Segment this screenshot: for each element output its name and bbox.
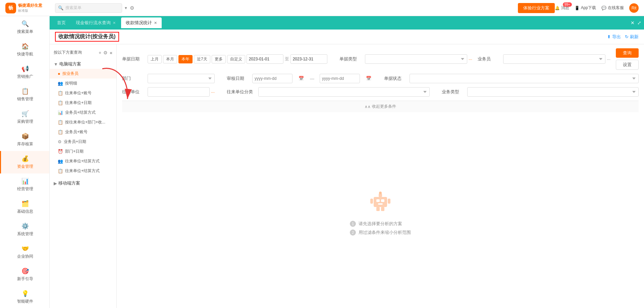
tab-bank-flow[interactable]: 现金银行流水查询 ✕	[71, 17, 120, 28]
svg-rect-9	[381, 207, 384, 211]
dept-date-icon: ⏰	[58, 149, 63, 154]
scheme-item-by-unit-method[interactable]: 👥 往来单位+结算方式	[50, 156, 116, 166]
sidebar-item-purchase[interactable]: 🛒 采购管理	[0, 106, 49, 129]
scheme-item-by-unit-account[interactable]: 📋 往来单位+账号	[50, 88, 116, 98]
enterprise-icon: 🤝	[21, 245, 29, 252]
refresh-icon: ↻	[625, 34, 629, 39]
scheme-item-by-sp-account[interactable]: 📋 业务员+账号	[50, 127, 116, 137]
finance-icon: 💰	[21, 155, 29, 162]
date-btn-custom[interactable]: 自定义	[227, 55, 245, 63]
sp-account-icon: 📋	[58, 130, 63, 135]
export-btn[interactable]: ⬆ 导出	[607, 34, 621, 40]
scheme-item-label: 往来单位+结算方式	[65, 158, 100, 164]
sidebar-item-finance[interactable]: 💰 资金管理	[0, 151, 49, 173]
tab-receipt-stats-close[interactable]: ✕	[154, 21, 157, 25]
unit-method-icon: 👥	[58, 159, 63, 164]
scheme-item-by-sp-method[interactable]: 📊 业务员+结算方式	[50, 108, 116, 117]
user-avatar[interactable]: Rit	[629, 3, 639, 13]
date-btn-more[interactable]: 更多	[212, 55, 226, 63]
dropdown-icon[interactable]: ▾	[125, 5, 127, 10]
tab-close-all-icon[interactable]: ✕	[631, 20, 635, 25]
scheme-item-by-unit-method2[interactable]: 📋 往来单位+结算方式	[50, 166, 116, 176]
app-download-label: App下载	[581, 5, 596, 11]
search-hint: 搜索菜单	[65, 5, 82, 11]
svg-rect-6	[370, 199, 373, 204]
calendar-to-icon[interactable]: 📅	[366, 76, 371, 81]
date-btn-this-year[interactable]: 本年	[178, 55, 193, 63]
settings-icon[interactable]: ⚙	[130, 5, 134, 11]
sidebar-item-operations[interactable]: 📊 经营管理	[0, 173, 49, 196]
scheme-add-icon[interactable]: +	[99, 50, 101, 55]
scheme-item-by-dept-date[interactable]: ⏰ 部门+日期	[50, 147, 116, 156]
dept-select[interactable]	[148, 74, 215, 83]
unit-date-icon: 📋	[58, 100, 63, 105]
date-btn-this-month[interactable]: 本月	[163, 55, 177, 63]
sidebar-item-quick-nav[interactable]: 🏠 快捷导航	[0, 39, 49, 61]
sidebar-item-system[interactable]: ⚙️ 系统管理	[0, 218, 49, 241]
counterparty-input[interactable]	[148, 87, 210, 97]
sidebar-item-guide[interactable]: 🎯 新手引导	[0, 263, 49, 286]
sidebar-item-base-info[interactable]: 🗂️ 基础信息	[0, 196, 49, 218]
export-label: 导出	[612, 34, 621, 40]
scheme-item-by-detail[interactable]: 👥 按明细	[50, 79, 116, 88]
counterparty-more-icon[interactable]: ···	[211, 90, 215, 95]
scheme-group-mobile-title[interactable]: ▶ 移动端方案	[50, 178, 116, 188]
scheme-item-by-sp-date[interactable]: ⚙ 业务员+日期	[50, 137, 116, 147]
audit-date-from[interactable]	[252, 74, 292, 83]
page-title-text: 收款情况统计(按业务员)	[58, 34, 116, 39]
sales-icon: 📋	[21, 88, 29, 95]
smart-hw-icon: 💡	[21, 290, 29, 297]
scheme-item-by-unit-dept-recv[interactable]: 📋 按往来单位+部门+收...	[50, 117, 116, 127]
query-btn[interactable]: 查询	[616, 48, 639, 58]
tab-bar: 首页 现金银行流水查询 ✕ 收款情况统计 ✕ ✕ ⤢	[50, 16, 644, 30]
scheme-item-label: 业务员+日期	[64, 139, 86, 145]
doc-type-select[interactable]	[365, 54, 467, 64]
header-search-area: 🔍 搜索菜单 ▾ ⚙	[55, 3, 518, 13]
scheme-group-desktop-title[interactable]: ▼ 电脑端方案	[50, 59, 116, 69]
scheme-panel: 按以下方案查询 + ⚙ « ▼ 电脑端方案 ● 按业务员	[50, 44, 117, 308]
tab-receipt-stats[interactable]: 收款情况统计 ✕	[121, 17, 162, 28]
app-download-btn[interactable]: 📱 App下载	[575, 5, 596, 11]
settings-btn[interactable]: 设置	[616, 60, 639, 70]
date-btn-last-month[interactable]: 上月	[148, 55, 162, 63]
sidebar-item-label: 经营管理	[17, 186, 33, 192]
audit-date-to[interactable]	[320, 74, 360, 83]
date-from-input[interactable]	[247, 54, 283, 64]
sidebar-item-smart-hw[interactable]: 💡 智能硬件	[0, 286, 49, 308]
salesperson-label: 业务员	[478, 56, 498, 62]
svg-rect-1	[376, 199, 380, 202]
scheme-collapse-icon[interactable]: «	[110, 50, 112, 55]
calendar-from-icon[interactable]: 📅	[299, 76, 304, 81]
doc-type-more-icon[interactable]: ···	[469, 57, 472, 62]
sidebar-item-sales[interactable]: 📋 销售管理	[0, 84, 49, 106]
sidebar-item-enterprise[interactable]: 🤝 企业协同	[0, 241, 49, 263]
date-to-input[interactable]	[290, 54, 327, 64]
scheme-header: 按以下方案查询 + ⚙ «	[50, 47, 116, 58]
scheme-settings-icon[interactable]: ⚙	[103, 50, 108, 55]
tab-bank-flow-close[interactable]: ✕	[113, 21, 116, 25]
header-actions: 🔔 消息 99+ 📱 App下载 💬 在线客服 Rit	[555, 3, 639, 13]
counterparty-category-select[interactable]	[258, 87, 430, 97]
online-service-btn[interactable]: 💬 在线客服	[601, 5, 624, 11]
tip-1-text: 请先选择要分析的方案	[359, 221, 402, 227]
salesperson-select-wrap: ···	[503, 54, 610, 64]
trial-btn[interactable]: 体验行业方案	[518, 3, 555, 13]
doc-status-select[interactable]	[410, 74, 639, 83]
sidebar-item-inventory[interactable]: 📦 库存核算	[0, 129, 49, 151]
salesperson-icon: ●	[58, 71, 60, 76]
biz-type-select[interactable]	[467, 87, 639, 97]
messages-btn[interactable]: 🔔 消息 99+	[555, 5, 569, 11]
scheme-item-by-unit-date[interactable]: 📋 往来单位+日期	[50, 98, 116, 108]
tab-home[interactable]: 首页	[52, 17, 70, 28]
tab-bank-flow-label: 现金银行流水查询	[76, 20, 111, 26]
salesperson-more-icon[interactable]: ···	[607, 57, 610, 62]
sp-date-icon: ⚙	[58, 139, 62, 144]
scheme-item-by-salesperson[interactable]: ● 按业务员	[50, 69, 116, 79]
refresh-btn[interactable]: ↻ 刷新	[625, 34, 639, 40]
salesperson-select[interactable]	[503, 54, 605, 64]
sidebar-item-marketing[interactable]: 📢 营销推广	[0, 61, 49, 84]
collapse-bar[interactable]: ∧∧ 收起更多条件	[122, 101, 639, 112]
tab-expand-icon[interactable]: ⤢	[637, 20, 641, 25]
date-btn-last-7days[interactable]: 近7天	[194, 55, 210, 63]
sidebar-item-search-menu[interactable]: 🔍 搜索菜单	[0, 16, 49, 39]
